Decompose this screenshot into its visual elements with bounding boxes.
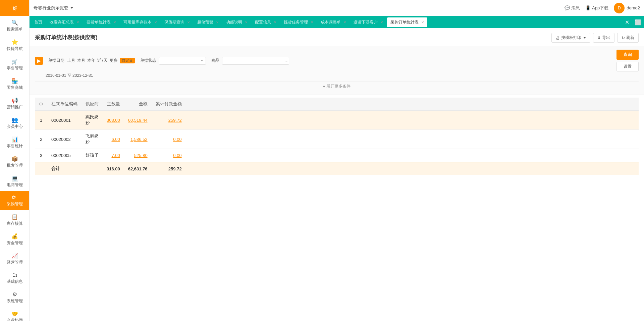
tab-home[interactable]: 首页 [31,17,46,27]
tab-close-receive_summary[interactable]: ✕ [76,20,79,24]
tab-close-config_info[interactable]: ✕ [274,20,276,24]
tab-label-available_stock: 可用量库存账本 [123,19,152,25]
row-main-qty-0[interactable]: 303.00 [103,111,124,130]
table-wrap: ⚙ 往来单位编码 供应商 主数量 金额 累计付款金额 1 00020001 惠氏… [30,98,644,180]
tab-label-config_info: 配置信息 [255,19,271,25]
shortcut-more[interactable]: 更多 [110,58,118,63]
tab-invite_downstream[interactable]: 邀请下游客户✕ [350,17,386,27]
sidebar-item-retail[interactable]: 🛒 零售管理 [0,55,29,74]
row-paid-amount-1[interactable]: 0.00 [152,130,186,149]
sidebar-item-shortcut[interactable]: ⭐ 快捷导航 [0,36,29,55]
sidebar-item-retail_stats[interactable]: 📊 零售统计 [0,133,29,152]
row-paid-amount-2[interactable]: 0.00 [152,149,186,162]
close-tab-icon[interactable]: ✕ [624,19,631,25]
query-button[interactable]: 查询 [616,50,639,60]
workspace-selector[interactable]: 母婴行业演示账套 [34,5,73,11]
goods-input[interactable] [222,57,289,65]
message-icon: 💬 [565,5,570,10]
expand-more-icon: ▾ [323,84,325,89]
sidebar-item-system[interactable]: ⚙ 系统管理 [0,288,29,307]
row-amount-2[interactable]: 525.80 [124,149,152,162]
custom-date-tag[interactable]: 自定义 [120,58,135,63]
row-paid-amount-0[interactable]: 259.72 [152,111,186,130]
footer-extra [186,162,639,175]
tab-close-order_summary[interactable]: ✕ [113,20,116,24]
app-logo: 好 [0,0,29,16]
tab-overstock_warning[interactable]: 超储预警✕ [194,17,222,27]
sidebar-item-marketing[interactable]: 📢 营销推广 [0,94,29,113]
sidebar-label-system: 系统管理 [7,298,23,304]
tab-close-function_desc[interactable]: ✕ [245,20,248,24]
col-extra [186,98,639,111]
avatar[interactable]: D [614,3,625,13]
sidebar-icon-retail_stats: 📊 [11,136,18,143]
download-icon: 📱 [585,5,591,10]
row-main-qty-1[interactable]: 6.00 [103,130,124,149]
sidebar-item-operations[interactable]: 📈 经营管理 [0,249,29,269]
top-bar-right: 💬 消息 📱 App下载 D demo2 [565,3,640,13]
app-download-btn[interactable]: 📱 App下载 [585,5,608,11]
sidebar-label-purchase: 采购管理 [7,201,23,207]
sidebar-item-inventory[interactable]: 📋 库存核算 [0,210,29,230]
message-btn[interactable]: 💬 消息 [565,5,580,11]
tab-close-available_stock[interactable]: ✕ [154,20,157,24]
row-main-qty-2[interactable]: 7.00 [103,149,124,162]
sidebar-item-ecommerce[interactable]: 💻 电商管理 [0,172,29,191]
export-button[interactable]: ⬇ 导出 [593,33,614,43]
tab-close-invite_downstream[interactable]: ✕ [380,20,383,24]
tab-receive_summary[interactable]: 收发存汇总表✕ [46,17,83,27]
sidebar-item-finance[interactable]: 💰 资金管理 [0,230,29,249]
filter-toggle-button[interactable]: ▶ [35,57,43,65]
settings-button[interactable]: 设置 [616,62,639,71]
sidebar-item-retail_mall[interactable]: 🏪 零售商城 [0,74,29,94]
status-select[interactable] [159,57,206,65]
top-bar: 母婴行业演示账套 💬 消息 📱 App下载 D demo2 [30,0,644,16]
sidebar-item-purchase[interactable]: 🛍 采购管理 [0,191,29,210]
col-settings[interactable]: ⚙ [35,98,47,111]
status-filter-label: 单据状态 [140,58,156,63]
refresh-button[interactable]: ↻ 刷新 [617,33,639,43]
expand-more-button[interactable]: ▾ 展开更多条件 [35,81,639,91]
tab-config_info[interactable]: 配置信息✕ [252,17,280,27]
tab-close-overstock_warning[interactable]: ✕ [216,20,219,24]
tab-function_desc[interactable]: 功能说明✕ [223,17,251,27]
row-amount-0[interactable]: 60,519.44 [124,111,152,130]
sidebar-item-basic_info[interactable]: 🗂 基础信息 [0,269,29,288]
table-header-row: ⚙ 往来单位编码 供应商 主数量 金额 累计付款金额 [35,98,639,111]
settings-gear-icon[interactable]: ⚙ [39,101,43,107]
template-print-button[interactable]: 🖨 按模板打印 [551,33,590,43]
status-filter-group: 单据状态 [140,57,206,65]
sidebar-item-wholesale[interactable]: 📦 批发管理 [0,152,29,172]
shortcut-last-month[interactable]: 上月 [67,58,75,63]
sidebar-item-member[interactable]: 👥 会员中心 [0,113,29,133]
row-no-2: 3 [35,149,47,162]
tab-close-pick_task[interactable]: ✕ [311,20,313,24]
tab-close-warranty_query[interactable]: ✕ [187,20,190,24]
restore-tab-icon[interactable]: ⬜ [633,19,643,25]
tab-order_summary[interactable]: 要货单统计表✕ [83,17,119,27]
row-extra-1 [186,130,639,149]
sidebar-label-finance: 资金管理 [7,240,23,246]
sidebar-icon-system: ⚙ [12,291,17,298]
goods-ellipsis-btn[interactable]: … [284,58,289,63]
user-section[interactable]: D demo2 [614,3,640,13]
sidebar-icon-member: 👥 [11,117,18,123]
tab-purchase_summary[interactable]: 采购订单统计表✕ [387,17,427,27]
tab-close-cost_adjust[interactable]: ✕ [343,20,346,24]
tab-warranty_query[interactable]: 保质期查询✕ [161,17,193,27]
row-amount-1[interactable]: 1,586.52 [124,130,152,149]
status-select-wrap [159,57,206,65]
expand-more-label: 展开更多条件 [326,84,351,89]
sidebar-item-search[interactable]: 🔍 搜索菜单 [0,16,29,36]
sidebar-icon-finance: 💰 [11,233,18,239]
tab-label-function_desc: 功能说明 [226,19,242,25]
sidebar-item-enterprise[interactable]: 🤝 企业协同 [0,307,29,321]
shortcut-this-year[interactable]: 本年 [87,58,95,63]
tab-close-purchase_summary[interactable]: ✕ [421,20,424,24]
tab-pick_task[interactable]: 拣货任务管理✕ [280,17,317,27]
tab-available_stock[interactable]: 可用量库存账本✕ [120,17,160,27]
tab-cost_adjust[interactable]: 成本调整单✕ [317,17,350,27]
shortcut-this-month[interactable]: 本月 [77,58,85,63]
export-icon: ⬇ [597,36,601,40]
shortcut-last-7-days[interactable]: 近7天 [97,58,108,63]
